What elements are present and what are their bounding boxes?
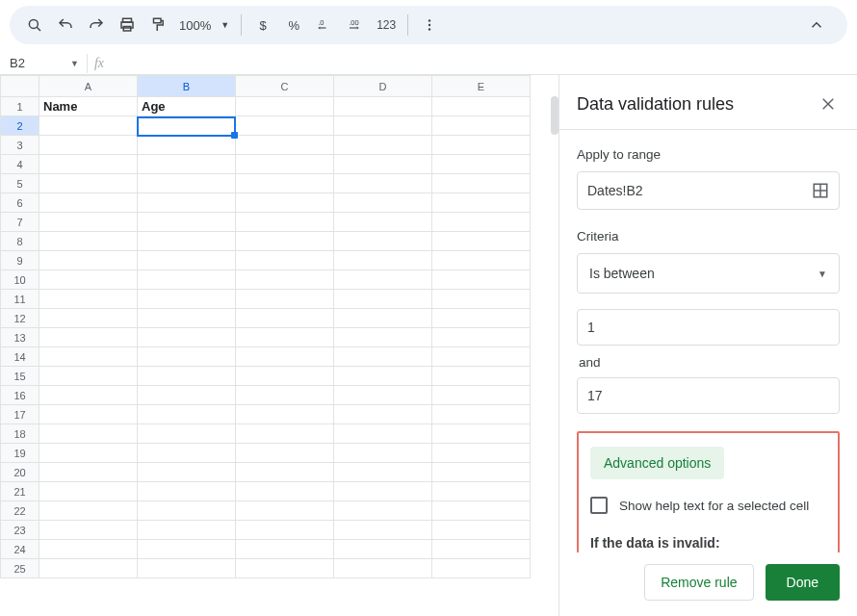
cell[interactable]: [334, 309, 432, 328]
cell[interactable]: [39, 155, 138, 174]
cell[interactable]: [432, 290, 531, 309]
cell[interactable]: [334, 463, 432, 482]
increase-decimal-icon[interactable]: .00: [342, 12, 369, 38]
number-format-button[interactable]: 123: [373, 12, 400, 38]
cell[interactable]: [39, 501, 138, 521]
cell[interactable]: [432, 328, 531, 347]
cell[interactable]: [236, 251, 334, 270]
cell[interactable]: [138, 347, 236, 367]
close-icon[interactable]: [817, 92, 840, 116]
row-header[interactable]: 12: [1, 309, 39, 328]
decrease-decimal-icon[interactable]: .0: [311, 12, 338, 38]
cell[interactable]: [334, 367, 432, 386]
percent-format-button[interactable]: %: [280, 12, 307, 38]
cell[interactable]: [39, 347, 138, 367]
cell[interactable]: [236, 232, 334, 251]
cell[interactable]: [432, 463, 531, 482]
cell[interactable]: [236, 97, 334, 116]
cell[interactable]: [138, 309, 236, 328]
cell[interactable]: [39, 463, 138, 482]
row-header[interactable]: 3: [1, 136, 39, 155]
cell[interactable]: [236, 444, 334, 463]
cell[interactable]: [432, 193, 531, 213]
advanced-options-button[interactable]: Advanced options: [590, 447, 724, 479]
cell[interactable]: [334, 540, 432, 559]
checkbox-unchecked-icon[interactable]: [590, 497, 608, 514]
cell[interactable]: [334, 232, 432, 251]
cell[interactable]: [334, 424, 432, 444]
cell[interactable]: [432, 405, 531, 424]
cell[interactable]: [432, 540, 531, 559]
cell[interactable]: [138, 232, 236, 251]
cell[interactable]: [236, 367, 334, 386]
print-icon[interactable]: [114, 12, 141, 38]
cell[interactable]: [334, 155, 432, 174]
cell[interactable]: [138, 463, 236, 482]
cell[interactable]: [138, 482, 236, 501]
row-header[interactable]: 25: [1, 559, 39, 578]
cell[interactable]: [39, 328, 138, 347]
cell[interactable]: [432, 213, 531, 232]
cell[interactable]: [432, 386, 531, 405]
cell[interactable]: [39, 309, 138, 328]
cell[interactable]: [432, 270, 531, 290]
cell[interactable]: [334, 386, 432, 405]
cell[interactable]: [236, 424, 334, 444]
cell[interactable]: [138, 405, 236, 424]
redo-icon[interactable]: [83, 12, 110, 38]
cell[interactable]: [236, 540, 334, 559]
cell[interactable]: [39, 559, 138, 578]
cell[interactable]: [236, 386, 334, 405]
row-header[interactable]: 11: [1, 290, 39, 309]
column-header-d[interactable]: D: [334, 76, 432, 97]
row-header[interactable]: 17: [1, 405, 39, 424]
cell[interactable]: [138, 213, 236, 232]
column-header-a[interactable]: A: [39, 76, 138, 97]
cell[interactable]: [138, 521, 236, 540]
cell[interactable]: [236, 270, 334, 290]
cell[interactable]: [334, 501, 432, 521]
cell[interactable]: [432, 347, 531, 367]
help-text-checkbox-row[interactable]: Show help text for a selected cell: [590, 497, 826, 514]
cell[interactable]: [334, 270, 432, 290]
cell[interactable]: [236, 521, 334, 540]
cell[interactable]: [432, 155, 531, 174]
cell[interactable]: [432, 482, 531, 501]
cell[interactable]: [334, 251, 432, 270]
cell[interactable]: [236, 155, 334, 174]
cell[interactable]: [138, 540, 236, 559]
column-header-b[interactable]: B: [138, 76, 236, 97]
row-header[interactable]: 10: [1, 270, 39, 290]
cell[interactable]: [236, 174, 334, 193]
cell[interactable]: [39, 116, 138, 136]
cell[interactable]: [39, 213, 138, 232]
cell[interactable]: [432, 232, 531, 251]
cell[interactable]: [334, 328, 432, 347]
cell[interactable]: [236, 328, 334, 347]
cell[interactable]: [39, 174, 138, 193]
row-header[interactable]: 20: [1, 463, 39, 482]
cell[interactable]: [39, 540, 138, 559]
criteria-select[interactable]: Is between ▼: [577, 253, 840, 294]
cell[interactable]: [334, 405, 432, 424]
cell[interactable]: [138, 193, 236, 213]
zoom-select[interactable]: 100% ▼: [175, 18, 233, 33]
cell[interactable]: [432, 444, 531, 463]
row-header[interactable]: 22: [1, 501, 39, 521]
row-header[interactable]: 16: [1, 386, 39, 405]
row-header[interactable]: 9: [1, 251, 39, 270]
cell[interactable]: [39, 424, 138, 444]
cell[interactable]: [432, 424, 531, 444]
search-icon[interactable]: [21, 12, 48, 38]
name-box[interactable]: B2 ▼: [0, 56, 87, 70]
column-header-e[interactable]: E: [432, 76, 531, 97]
cell[interactable]: [39, 405, 138, 424]
cell[interactable]: [236, 116, 334, 136]
cell[interactable]: [138, 136, 236, 155]
cell[interactable]: [236, 559, 334, 578]
cell[interactable]: [138, 501, 236, 521]
cell[interactable]: [334, 559, 432, 578]
cell[interactable]: [432, 309, 531, 328]
row-header[interactable]: 8: [1, 232, 39, 251]
cell[interactable]: [138, 367, 236, 386]
